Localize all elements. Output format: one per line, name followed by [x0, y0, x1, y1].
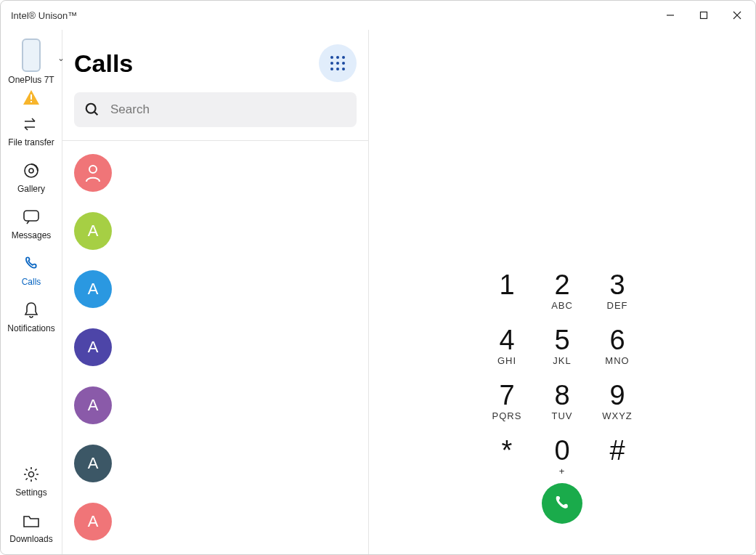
nav-label: File transfer: [8, 137, 54, 147]
search-icon: [84, 102, 100, 118]
dialpad-key-num: 9: [609, 381, 625, 409]
device-label: OnePlus 7T: [8, 75, 54, 85]
dialpad-key-num: #: [609, 437, 625, 464]
dialpad-key-letters: TUV: [552, 410, 573, 421]
dialpad-key-letters: DEF: [607, 300, 628, 311]
nav-label: Calls: [22, 277, 41, 287]
dialpad-key-7[interactable]: 7PQRS: [479, 381, 535, 434]
dialpad-key-letters: MNO: [605, 355, 629, 366]
dialpad-key-num: *: [502, 437, 513, 464]
nav-label: Gallery: [17, 184, 45, 194]
svg-rect-5: [31, 101, 32, 102]
avatar: A: [74, 386, 112, 424]
dialpad-key-#[interactable]: #: [590, 437, 645, 489]
nav-gallery[interactable]: Gallery: [1, 156, 62, 198]
nav-file-transfer[interactable]: File transfer: [1, 110, 62, 152]
avatar: A: [74, 212, 112, 250]
warning-icon: [23, 89, 40, 105]
nav-calls[interactable]: Calls: [1, 249, 62, 291]
dialpad-key-num: 7: [499, 381, 514, 409]
avatar: A: [74, 270, 112, 308]
phone-icon: [22, 39, 41, 72]
search-field[interactable]: [74, 92, 357, 127]
dialpad-key-num: 6: [609, 326, 625, 354]
dialpad-key-3[interactable]: 3DEF: [590, 271, 645, 323]
call-button[interactable]: [542, 483, 582, 524]
messages-icon: [21, 207, 41, 227]
svg-point-10: [86, 104, 96, 113]
dialpad-key-letters: ABC: [551, 300, 573, 311]
dialpad-key-4[interactable]: 4GHI: [479, 326, 535, 378]
dialpad-key-2[interactable]: 2ABC: [535, 271, 590, 323]
keypad-toggle-button[interactable]: [319, 44, 357, 82]
nav-label: Messages: [12, 230, 52, 240]
bell-icon: [21, 300, 41, 320]
svg-line-11: [94, 112, 98, 116]
dialpad-key-*[interactable]: *: [479, 437, 535, 489]
svg-rect-1: [701, 12, 707, 19]
device-selector[interactable]: ⌄ OnePlus 7T: [8, 39, 54, 85]
minimize-button[interactable]: [654, 4, 687, 27]
contact-row[interactable]: A: [74, 212, 357, 250]
gallery-icon: [21, 161, 41, 181]
nav-label: Downloads: [9, 534, 52, 544]
dialpad: 12ABC3DEF4GHI5JKL6MNO7PQRS8TUV9WXYZ*0+#: [479, 271, 645, 489]
transfer-icon: [21, 114, 41, 134]
nav-settings[interactable]: Settings: [1, 460, 62, 502]
avatar: A: [74, 445, 112, 482]
svg-rect-8: [24, 211, 38, 221]
contact-row[interactable]: A: [74, 270, 357, 308]
dialpad-key-num: 8: [554, 381, 569, 409]
keypad-icon: [330, 56, 345, 70]
sidebar: ⌄ OnePlus 7T File transfer Gallery: [1, 30, 62, 554]
svg-point-12: [89, 166, 97, 173]
contact-list[interactable]: AAAAAA: [62, 141, 368, 554]
nav-label: Settings: [15, 487, 46, 498]
svg-rect-4: [31, 94, 32, 100]
dialpad-key-9[interactable]: 9WXYZ: [590, 381, 645, 434]
svg-point-9: [29, 472, 34, 477]
dialpad-key-letters: GHI: [497, 355, 516, 366]
nav-label: Notifications: [7, 323, 54, 333]
dialpad-key-num: 3: [609, 271, 625, 299]
window-title: Intel® Unison™: [11, 10, 654, 21]
dialpad-key-letters: PQRS: [492, 410, 522, 421]
contact-row[interactable]: A: [74, 445, 357, 482]
page-title: Calls: [74, 49, 319, 78]
dialpad-key-letters: WXYZ: [602, 410, 633, 421]
svg-point-7: [29, 169, 33, 173]
nav-messages[interactable]: Messages: [1, 203, 62, 245]
dialpad-key-letters: JKL: [553, 355, 571, 366]
dialpad-key-8[interactable]: 8TUV: [535, 381, 590, 434]
titlebar: Intel® Unison™: [1, 1, 755, 30]
calls-icon: [21, 254, 41, 274]
avatar: A: [74, 328, 112, 366]
avatar: [74, 154, 112, 192]
contact-row[interactable]: [74, 154, 357, 192]
dialpad-key-num: 1: [499, 271, 514, 299]
dialpad-key-5[interactable]: 5JKL: [535, 326, 590, 378]
dialer-panel: 12ABC3DEF4GHI5JKL6MNO7PQRS8TUV9WXYZ*0+#: [369, 30, 755, 554]
dialpad-key-1[interactable]: 1: [479, 271, 535, 323]
dialpad-key-num: 4: [499, 326, 514, 354]
phone-icon: [553, 494, 572, 513]
contacts-panel: Calls AAAAAA: [62, 30, 369, 554]
dialpad-key-num: 0: [554, 437, 569, 464]
dialpad-key-6[interactable]: 6MNO: [590, 326, 645, 378]
chevron-down-icon: ⌄: [57, 53, 65, 63]
close-button[interactable]: [720, 4, 754, 27]
contact-row[interactable]: A: [74, 386, 357, 424]
gear-icon: [21, 464, 41, 485]
dialpad-key-letters: +: [559, 466, 566, 477]
search-input[interactable]: [110, 102, 346, 117]
nav-downloads[interactable]: Downloads: [1, 506, 62, 554]
contact-row[interactable]: A: [74, 503, 357, 540]
contact-row[interactable]: A: [74, 328, 357, 366]
maximize-button[interactable]: [687, 4, 720, 27]
dialpad-key-num: 2: [554, 271, 569, 299]
avatar: A: [74, 503, 112, 540]
folder-icon: [21, 511, 41, 531]
dialpad-key-0[interactable]: 0+: [535, 437, 590, 489]
dialpad-key-num: 5: [554, 326, 569, 354]
nav-notifications[interactable]: Notifications: [1, 296, 62, 338]
